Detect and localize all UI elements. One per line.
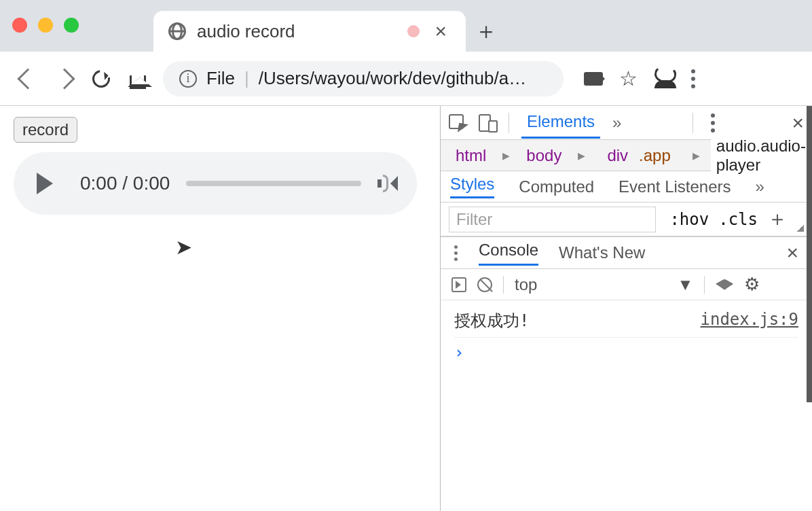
devtools-panel: Elements » × html ▶ body ▶ div.app ▶ aud… [440,106,812,511]
console-settings-icon[interactable]: ⚙ [744,274,760,295]
crumb-audio[interactable]: audio.audio-player [711,135,812,176]
window-controls [12,18,79,33]
content-area: record 0:00 / 0:00 ➤ Elements » × [0,106,812,511]
record-button[interactable]: record [14,117,77,143]
separator [693,113,693,133]
new-style-rule-button[interactable]: ＋ [767,205,788,233]
crumb-body[interactable]: body [521,145,567,166]
tab-styles[interactable]: Styles [450,175,494,198]
browser-window: audio record × ＋ File | /Users/wayou/wor… [0,0,812,511]
context-caret-icon[interactable]: ▼ [677,275,693,294]
forward-button[interactable] [53,67,76,90]
styles-sidebar-tabs: Styles Computed Event Listeners » [441,171,812,202]
crumb-html[interactable]: html [450,145,492,166]
profile-avatar-icon[interactable] [653,69,678,88]
clear-console-icon[interactable] [477,277,492,292]
back-button[interactable] [16,67,39,90]
close-drawer-button[interactable]: × [786,241,798,264]
home-button[interactable] [126,67,149,90]
tab-elements[interactable]: Elements [521,107,600,139]
drawer-tabs: Console What's New × [441,236,812,269]
audio-player: 0:00 / 0:00 [14,152,417,215]
url-scheme: File [206,68,235,89]
toggle-hov[interactable]: :hov [669,210,709,229]
more-tabs-icon[interactable]: » [612,113,621,133]
tab-strip: audio record × ＋ [0,0,812,52]
device-toolbar-icon[interactable] [479,114,496,132]
log-source-link[interactable]: index.js:9 [701,310,799,332]
reload-button[interactable] [90,67,113,90]
styles-filter-bar: Filter :hov .cls ＋ [441,202,812,236]
close-devtools-button[interactable]: × [792,111,804,135]
url-separator: | [244,68,249,89]
more-style-tabs-icon[interactable]: » [756,177,764,196]
toggle-cls[interactable]: .cls [718,210,758,229]
separator [704,276,705,294]
console-context[interactable]: top [515,275,537,294]
tab-whats-new[interactable]: What's New [559,243,645,262]
execute-icon[interactable] [451,277,466,292]
recording-indicator-icon [407,25,420,37]
close-tab-button[interactable]: × [430,20,451,43]
live-expression-icon[interactable] [716,279,733,290]
tab-console[interactable]: Console [479,241,538,266]
maximize-window-button[interactable] [64,18,79,33]
log-message: 授权成功! [454,310,529,332]
site-info-icon[interactable] [179,70,197,88]
audio-time: 0:00 / 0:00 [80,173,170,194]
camera-icon[interactable] [584,72,603,86]
inspect-element-icon[interactable] [449,114,466,132]
bookmark-button[interactable]: ☆ [616,67,640,90]
globe-icon [168,22,186,40]
tab-event-listeners[interactable]: Event Listeners [619,177,731,196]
dom-breadcrumb: html ▶ body ▶ div.app ▶ audio.audio-play… [441,140,812,171]
console-prompt[interactable]: › [454,338,798,362]
page-content: record 0:00 / 0:00 ➤ [0,106,440,511]
browser-menu-button[interactable] [691,69,695,88]
tab-computed[interactable]: Computed [519,177,594,196]
toolbar: File | /Users/wayou/work/dev/github/a… ☆ [0,52,812,106]
console-log-line: 授权成功! index.js:9 [454,306,798,338]
devtools-menu-button[interactable] [711,113,715,133]
separator [503,276,504,294]
audio-seek-slider[interactable] [186,181,361,186]
separator [509,113,509,133]
tab-title: audio record [197,21,396,42]
minimize-window-button[interactable] [38,18,53,33]
console-output: 授权成功! index.js:9 › [441,300,812,368]
browser-tab[interactable]: audio record × [153,11,466,52]
devtools-scrollbar[interactable] [807,106,812,402]
crumb-divapp[interactable]: div.app [596,145,681,166]
console-toolbar: top ▼ ⚙ [441,269,812,300]
volume-button-icon[interactable] [377,173,398,194]
close-window-button[interactable] [12,18,27,33]
play-button-icon[interactable] [37,173,64,194]
styles-filter-input[interactable]: Filter [449,207,656,232]
address-bar[interactable]: File | /Users/wayou/work/dev/github/a… [163,61,564,96]
new-tab-button[interactable]: ＋ [466,11,506,52]
mouse-cursor-icon: ➤ [175,235,192,259]
resize-corner-icon[interactable] [797,225,804,232]
drawer-menu-button[interactable] [454,245,458,261]
url-path: /Users/wayou/work/dev/github/a… [259,68,527,89]
